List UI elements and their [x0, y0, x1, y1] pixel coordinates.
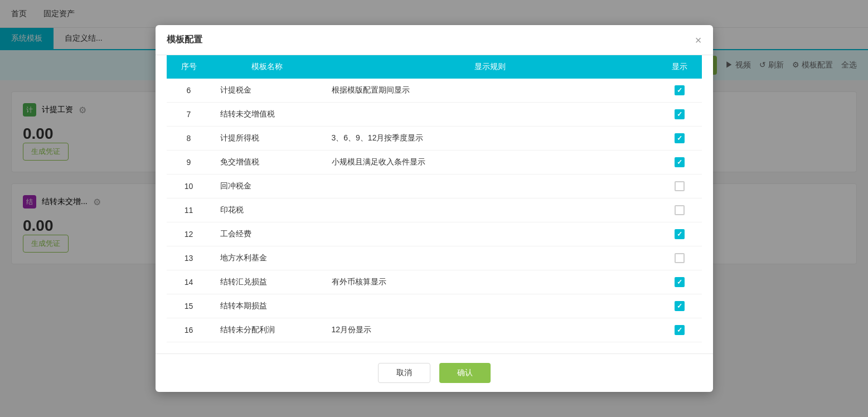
table-row: 12工会经费 — [167, 222, 702, 246]
row-index: 14 — [167, 270, 211, 294]
row-template-name: 计提所得税 — [211, 127, 323, 151]
row-checkbox[interactable] — [675, 301, 685, 311]
row-checkbox-cell — [657, 270, 702, 294]
row-template-name: 结转未分配利润 — [211, 318, 323, 342]
row-template-name: 回冲税金 — [211, 174, 323, 198]
row-index: 8 — [167, 127, 211, 151]
row-checkbox[interactable] — [675, 277, 685, 287]
row-checkbox-cell — [657, 222, 702, 246]
table-row: 16结转未分配利润12月份显示 — [167, 318, 702, 342]
table-row: 6计提税金根据模版配置期间显示 — [167, 79, 702, 103]
row-index: 16 — [167, 318, 211, 342]
row-display-rule — [323, 246, 657, 270]
row-checkbox-cell — [657, 151, 702, 174]
modal-body: 序号 模板名称 显示规则 显示 6计提税金根据模版配置期间显示7结转未交增值税8… — [156, 55, 713, 353]
row-display-rule: 3、6、9、12月按季度显示 — [323, 127, 657, 151]
th-display: 显示 — [657, 55, 702, 79]
row-index: 12 — [167, 222, 211, 246]
row-checkbox[interactable] — [675, 205, 685, 215]
row-display-rule — [323, 294, 657, 318]
table-body: 6计提税金根据模版配置期间显示7结转未交增值税8计提所得税3、6、9、12月按季… — [167, 79, 702, 342]
row-checkbox-cell — [657, 294, 702, 318]
row-checkbox-cell — [657, 79, 702, 103]
template-config-modal: 模板配置 × 序号 模板名称 显示规则 显示 6计提税金根据模版配置期间 — [156, 25, 713, 392]
row-display-rule — [323, 174, 657, 198]
row-checkbox[interactable] — [675, 109, 685, 119]
th-name: 模板名称 — [211, 55, 323, 79]
row-template-name: 工会经费 — [211, 222, 323, 246]
row-checkbox-cell — [657, 246, 702, 270]
row-index: 7 — [167, 103, 211, 127]
row-index: 15 — [167, 294, 211, 318]
row-checkbox-cell — [657, 198, 702, 222]
row-template-name: 印花税 — [211, 198, 323, 222]
row-checkbox[interactable] — [675, 133, 685, 143]
row-checkbox[interactable] — [675, 325, 685, 335]
background-page: 首页 固定资产 系统模板 自定义结... 测算金额 ▶ 视频 ↺ 刷新 ⚙ 模板… — [0, 0, 868, 417]
row-display-rule: 小规模且满足收入条件显示 — [323, 151, 657, 174]
row-index: 10 — [167, 174, 211, 198]
cancel-button[interactable]: 取消 — [378, 363, 430, 383]
modal-footer: 取消 确认 — [156, 353, 713, 392]
table-row: 8计提所得税3、6、9、12月按季度显示 — [167, 127, 702, 151]
row-display-rule: 12月份显示 — [323, 318, 657, 342]
table-row: 14结转汇兑损益有外币核算显示 — [167, 270, 702, 294]
table-row: 10回冲税金 — [167, 174, 702, 198]
confirm-button[interactable]: 确认 — [439, 363, 491, 383]
row-display-rule — [323, 103, 657, 127]
table-row: 13地方水利基金 — [167, 246, 702, 270]
row-index: 9 — [167, 151, 211, 174]
row-template-name: 免交增值税 — [211, 151, 323, 174]
row-template-name: 地方水利基金 — [211, 246, 323, 270]
row-template-name: 结转未交增值税 — [211, 103, 323, 127]
row-checkbox[interactable] — [675, 157, 685, 167]
table-row: 9免交增值税小规模且满足收入条件显示 — [167, 151, 702, 174]
row-template-name: 结转本期损益 — [211, 294, 323, 318]
th-rule: 显示规则 — [323, 55, 657, 79]
row-checkbox-cell — [657, 318, 702, 342]
table-row: 15结转本期损益 — [167, 294, 702, 318]
row-index: 11 — [167, 198, 211, 222]
row-display-rule: 有外币核算显示 — [323, 270, 657, 294]
row-template-name: 计提税金 — [211, 79, 323, 103]
row-checkbox[interactable] — [675, 85, 685, 95]
config-table: 序号 模板名称 显示规则 显示 6计提税金根据模版配置期间显示7结转未交增值税8… — [167, 55, 702, 342]
row-checkbox-cell — [657, 174, 702, 198]
th-index: 序号 — [167, 55, 211, 79]
table-row: 11印花税 — [167, 198, 702, 222]
row-display-rule — [323, 198, 657, 222]
row-template-name: 结转汇兑损益 — [211, 270, 323, 294]
table-row: 7结转未交增值税 — [167, 103, 702, 127]
modal-title: 模板配置 — [167, 34, 202, 46]
row-checkbox[interactable] — [675, 253, 685, 263]
row-checkbox-cell — [657, 127, 702, 151]
table-header-row: 序号 模板名称 显示规则 显示 — [167, 55, 702, 79]
modal-close-button[interactable]: × — [695, 35, 702, 46]
row-checkbox-cell — [657, 103, 702, 127]
modal-header: 模板配置 × — [156, 25, 713, 55]
row-index: 13 — [167, 246, 211, 270]
row-checkbox[interactable] — [675, 229, 685, 239]
row-display-rule: 根据模版配置期间显示 — [323, 79, 657, 103]
modal-overlay: 模板配置 × 序号 模板名称 显示规则 显示 6计提税金根据模版配置期间 — [0, 0, 868, 417]
row-display-rule — [323, 222, 657, 246]
row-checkbox[interactable] — [675, 181, 685, 191]
row-index: 6 — [167, 79, 211, 103]
